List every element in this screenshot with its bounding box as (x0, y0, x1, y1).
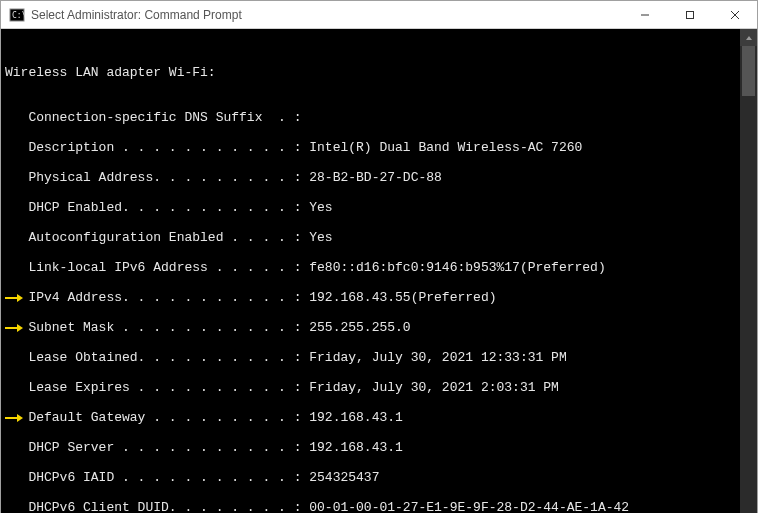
ipv4-address-line: IPv4 Address. . . . . . . . . . . : 192.… (5, 290, 740, 305)
window-title: Select Administrator: Command Prompt (31, 8, 622, 22)
svg-rect-3 (686, 12, 693, 19)
highlight-arrow-icon (5, 414, 23, 422)
maximize-button[interactable] (667, 1, 712, 29)
output-line: DHCP Server . . . . . . . . . . . : 192.… (5, 440, 740, 455)
output-line: Link-local IPv6 Address . . . . . : fe80… (5, 260, 740, 275)
default-gateway-line: Default Gateway . . . . . . . . . : 192.… (5, 410, 740, 425)
close-button[interactable] (712, 1, 757, 29)
output-line: Lease Expires . . . . . . . . . . : Frid… (5, 380, 740, 395)
adapter-header-wifi: Wireless LAN adapter Wi-Fi: (5, 65, 740, 80)
scrollbar-thumb[interactable] (742, 46, 755, 96)
output-line: Description . . . . . . . . . . . : Inte… (5, 140, 740, 155)
highlight-arrow-icon (5, 294, 23, 302)
titlebar[interactable]: C:\ Select Administrator: Command Prompt (1, 1, 757, 29)
output-line: Physical Address. . . . . . . . . : 28-B… (5, 170, 740, 185)
output-line: DHCP Enabled. . . . . . . . . . . : Yes (5, 200, 740, 215)
subnet-mask-line: Subnet Mask . . . . . . . . . . . : 255.… (5, 320, 740, 335)
svg-marker-7 (17, 294, 23, 302)
window-controls (622, 1, 757, 28)
output-line: Autoconfiguration Enabled . . . . : Yes (5, 230, 740, 245)
console-output[interactable]: Wireless LAN adapter Wi-Fi: Connection-s… (1, 29, 740, 513)
scrollbar-track[interactable] (740, 46, 757, 513)
svg-marker-14 (746, 36, 752, 40)
svg-marker-11 (17, 414, 23, 422)
highlight-arrow-icon (5, 324, 23, 332)
output-line: Lease Obtained. . . . . . . . . . : Frid… (5, 350, 740, 365)
cmd-icon: C:\ (9, 7, 25, 23)
svg-marker-9 (17, 324, 23, 332)
console-area: Wireless LAN adapter Wi-Fi: Connection-s… (1, 29, 757, 513)
scroll-up-button[interactable] (740, 29, 757, 46)
minimize-button[interactable] (622, 1, 667, 29)
output-line: Connection-specific DNS Suffix . : (5, 110, 740, 125)
command-prompt-window: C:\ Select Administrator: Command Prompt… (0, 0, 758, 513)
output-line: DHCPv6 Client DUID. . . . . . . . : 00-0… (5, 500, 740, 513)
svg-text:C:\: C:\ (12, 11, 25, 20)
vertical-scrollbar[interactable] (740, 29, 757, 513)
output-line: DHCPv6 IAID . . . . . . . . . . . : 2543… (5, 470, 740, 485)
